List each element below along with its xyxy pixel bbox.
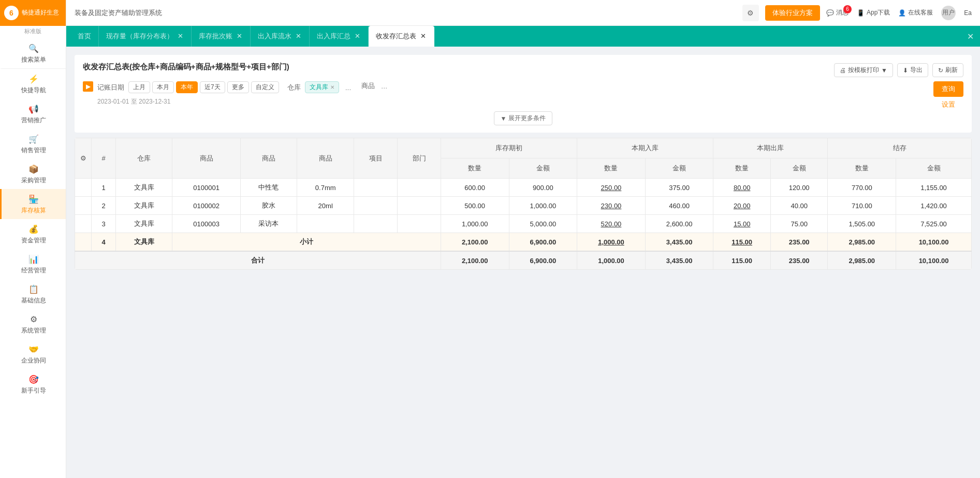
- sidebar-item-enterprise[interactable]: 🤝 企业协同: [0, 339, 66, 369]
- guide-icon: 🎯: [28, 374, 39, 384]
- data-table: ⚙ # 仓库 商品 商品 商品 项目 部门 库存期初 本期入库 本期出库 结存: [75, 138, 972, 270]
- tab-inout-flow[interactable]: 出入库流水 ✕: [251, 26, 310, 47]
- date-buttons: 上月 本月 本年 近7天 更多 自定义: [128, 81, 279, 93]
- print-button[interactable]: 🖨 按模板打印 ▼: [834, 63, 893, 77]
- date-btn-last-month[interactable]: 上月: [128, 81, 150, 93]
- date-btn-this-year[interactable]: 本年: [176, 81, 198, 93]
- filter-area: 记账日期 上月 本月 本年 近7天 更多 自定义 2023: [97, 81, 929, 106]
- print-icon: 🖨: [840, 67, 846, 74]
- row-out-qty[interactable]: 15.00: [713, 215, 771, 233]
- sidebar-item-quick-nav[interactable]: ⚡ 快捷导航: [0, 69, 66, 99]
- online-service-button[interactable]: 👤 在线客服: [898, 8, 933, 17]
- th-project: 项目: [354, 138, 398, 179]
- experience-button[interactable]: 体验行业方案: [765, 5, 820, 21]
- refresh-icon: ↻: [938, 67, 943, 74]
- tab-stock-dist-close[interactable]: ✕: [177, 33, 184, 40]
- sales-icon: 🛒: [28, 134, 39, 144]
- sidebar-item-marketing[interactable]: 📢 营销推广: [0, 99, 66, 129]
- row-closing-qty: 770.00: [828, 179, 896, 197]
- tab-bar-close-button[interactable]: ✕: [965, 30, 976, 44]
- quick-nav-icon: ⚡: [28, 74, 39, 84]
- filter-collapse-button[interactable]: ▶: [83, 81, 93, 92]
- row-gear[interactable]: [75, 215, 92, 233]
- query-button[interactable]: 查询: [933, 81, 963, 97]
- settings-link[interactable]: 设置: [933, 100, 963, 109]
- row-in-qty[interactable]: 250.00: [577, 179, 646, 197]
- sidebar-item-operations[interactable]: 📊 经营管理: [0, 249, 66, 279]
- tab-batch-ledger-close[interactable]: ✕: [236, 33, 243, 40]
- print-chevron-icon: ▼: [881, 67, 887, 74]
- sidebar-search-label: 搜索菜单: [21, 55, 46, 64]
- sidebar-item-sales[interactable]: 🛒 销售管理: [0, 129, 66, 159]
- row-warehouse: 文具库: [116, 197, 172, 215]
- th-dept: 部门: [398, 138, 441, 179]
- subtotal-out-amt: 235.00: [770, 233, 828, 252]
- row-gear[interactable]: [75, 179, 92, 197]
- tab-inout-flow-close[interactable]: ✕: [295, 33, 302, 40]
- settings-gear-button[interactable]: ⚙: [742, 5, 759, 21]
- warehouse-tag-close[interactable]: ✕: [330, 84, 334, 90]
- tab-home[interactable]: 首页: [70, 26, 99, 47]
- row-in-qty[interactable]: 230.00: [577, 197, 646, 215]
- th-out-amt: 金额: [770, 158, 828, 179]
- row-in-amt: 460.00: [645, 197, 713, 215]
- tab-batch-ledger[interactable]: 库存批次账 ✕: [192, 26, 251, 47]
- tab-receive-summary[interactable]: 收发存汇总表 ✕: [369, 26, 434, 47]
- row-project: [354, 197, 398, 215]
- phone-icon: 📱: [857, 9, 865, 17]
- sidebar-system-label: 系统管理: [21, 326, 46, 335]
- export-button[interactable]: ⬇ 导出: [897, 63, 928, 77]
- row-out-qty[interactable]: 80.00: [713, 179, 771, 197]
- row-opening-qty: 500.00: [441, 197, 509, 215]
- subtotal-in-qty[interactable]: 1,000.00: [577, 233, 646, 252]
- row-out-qty[interactable]: 20.00: [713, 197, 771, 215]
- sidebar-item-system[interactable]: ⚙ 系统管理: [0, 309, 66, 339]
- date-btn-custom[interactable]: 自定义: [251, 81, 279, 93]
- sidebar-marketing-label: 营销推广: [21, 116, 46, 125]
- sidebar-item-search[interactable]: 🔍 搜索菜单: [0, 38, 66, 69]
- row-dept: [398, 197, 441, 215]
- sidebar-item-guide[interactable]: 🎯 新手引导: [0, 369, 66, 399]
- row-in-qty[interactable]: 520.00: [577, 215, 646, 233]
- expand-more-conditions-button[interactable]: ▼ 展开更多条件: [494, 111, 553, 125]
- th-closing-amt: 金额: [896, 158, 972, 179]
- row-out-amt: 40.00: [770, 197, 828, 215]
- app-download-button[interactable]: 📱 App下载: [857, 8, 890, 17]
- user-name-label: Ea: [964, 9, 972, 17]
- sidebar-item-inventory[interactable]: 🏪 库存核算: [0, 189, 66, 219]
- export-label: 导出: [910, 66, 923, 75]
- th-opening-amt: 金额: [509, 158, 577, 179]
- service-icon: 👤: [898, 9, 906, 17]
- refresh-button[interactable]: ↻ 刷新: [932, 63, 963, 77]
- tab-receive-summary-close[interactable]: ✕: [419, 33, 427, 40]
- date-btn-7days[interactable]: 近7天: [200, 81, 225, 93]
- warehouse-more-button[interactable]: ...: [343, 83, 354, 92]
- sidebar-operations-label: 经营管理: [21, 266, 46, 275]
- table-row: 1 文具库 0100001 中性笔 0.7mm 600.00 900.00 25…: [75, 179, 972, 197]
- row-gear[interactable]: [75, 197, 92, 215]
- sidebar-item-finance[interactable]: 💰 资金管理: [0, 219, 66, 249]
- goods-more-button[interactable]: ...: [379, 82, 389, 90]
- message-button[interactable]: 💬 6 消息: [826, 8, 849, 17]
- user-avatar[interactable]: 用户: [941, 6, 956, 20]
- tab-receive-summary-label: 收发存汇总表: [376, 32, 416, 41]
- subtotal-out-qty[interactable]: 115.00: [713, 233, 771, 252]
- th-seq: #: [92, 138, 116, 179]
- sidebar-item-basic-info[interactable]: 📋 基础信息: [0, 279, 66, 309]
- tab-stock-dist[interactable]: 现存量（库存分布表） ✕: [99, 26, 192, 47]
- row-goods-spec: 20ml: [297, 197, 354, 215]
- subtotal-gear[interactable]: [75, 233, 92, 252]
- sidebar-item-purchase[interactable]: 📦 采购管理: [0, 159, 66, 189]
- warehouse-tag[interactable]: 文具库 ✕: [305, 81, 339, 93]
- footer-opening-amt: 6,900.00: [509, 251, 577, 270]
- tab-inout-summary[interactable]: 出入库汇总 ✕: [310, 26, 369, 47]
- date-btn-this-month[interactable]: 本月: [152, 81, 174, 93]
- row-opening-qty: 600.00: [441, 179, 509, 197]
- search-icon: 🔍: [28, 44, 39, 53]
- tab-inout-summary-close[interactable]: ✕: [354, 33, 361, 40]
- footer-closing-qty: 2,985.00: [828, 251, 896, 270]
- row-opening-qty: 1,000.00: [441, 215, 509, 233]
- date-btn-more[interactable]: 更多: [227, 81, 249, 93]
- page-header: 收发存汇总表(按仓库+商品编码+商品+规格型号+项目+部门) 🖨 按模板打印 ▼…: [75, 55, 972, 133]
- table-gear-header[interactable]: ⚙: [75, 138, 92, 179]
